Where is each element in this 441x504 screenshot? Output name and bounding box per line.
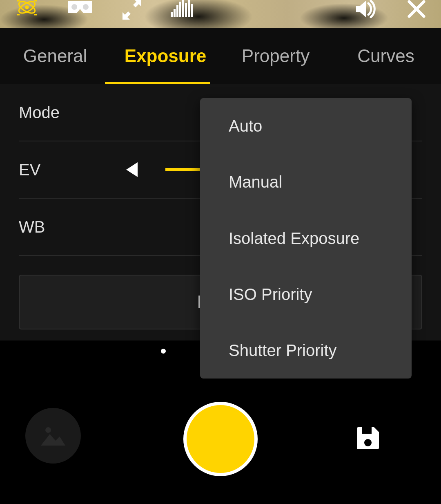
svg-rect-5 [171, 12, 173, 17]
histogram-icon[interactable] [171, 0, 194, 17]
save-button[interactable] [356, 426, 380, 452]
capture-bar [0, 381, 441, 504]
compress-icon[interactable] [122, 0, 142, 20]
ev-label: EV [19, 161, 40, 179]
svg-rect-11 [188, 0, 190, 17]
shutter-button[interactable] [183, 402, 258, 476]
camera-preview-strip [0, 0, 441, 28]
mode-option-isolated-exposure[interactable]: Isolated Exposure [200, 210, 412, 266]
gallery-button[interactable] [25, 408, 81, 464]
atom-icon[interactable] [16, 0, 38, 16]
gallery-icon [39, 424, 67, 447]
svg-rect-6 [174, 9, 176, 17]
mode-option-iso-priority[interactable]: ISO Priority [200, 267, 412, 323]
tab-curves[interactable]: Curves [331, 29, 441, 83]
mode-option-manual[interactable]: Manual [200, 154, 412, 210]
svg-rect-9 [182, 0, 184, 17]
save-icon [356, 426, 380, 450]
settings-tabs: General Exposure Property Curves [0, 28, 441, 84]
close-icon[interactable] [408, 0, 425, 18]
mode-option-shutter-priority[interactable]: Shutter Priority [200, 323, 412, 379]
active-mode-indicator [161, 349, 166, 354]
active-tab-underline [105, 82, 210, 84]
tab-property[interactable]: Property [220, 29, 331, 83]
ev-decrease-arrow[interactable] [126, 162, 138, 177]
svg-rect-12 [191, 4, 193, 17]
svg-rect-16 [362, 427, 372, 434]
svg-point-3 [71, 4, 77, 10]
svg-rect-8 [179, 2, 181, 17]
svg-point-2 [26, 6, 28, 9]
tab-exposure[interactable]: Exposure [110, 29, 220, 83]
mode-option-auto[interactable]: Auto [200, 98, 412, 154]
svg-point-17 [364, 439, 372, 446]
svg-point-4 [83, 4, 89, 10]
mode-label: Mode [19, 103, 60, 122]
svg-point-15 [45, 427, 51, 433]
vr-headset-icon[interactable] [67, 0, 93, 16]
tab-general[interactable]: General [0, 29, 110, 83]
svg-rect-7 [176, 5, 178, 17]
svg-rect-10 [185, 3, 187, 17]
mode-dropdown: Auto Manual Isolated Exposure ISO Priori… [200, 98, 412, 379]
wb-label: WB [19, 218, 45, 236]
volume-icon[interactable] [356, 0, 379, 18]
